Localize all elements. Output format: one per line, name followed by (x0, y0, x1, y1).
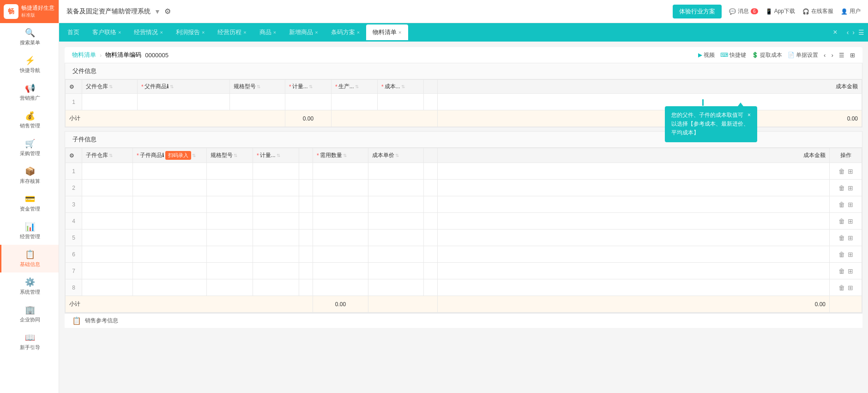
child-cell-qty[interactable] (313, 230, 368, 246)
sidebar-item-finance[interactable]: 💳 资金管理 (0, 189, 59, 217)
child-col-settings[interactable]: ⚙ (66, 148, 82, 163)
sidebar-item-system[interactable]: ⚙️ 系统管理 (0, 272, 59, 300)
tooltip-close-button[interactable]: × (747, 111, 751, 120)
online-service-action[interactable]: 🎧 在线客服 (802, 7, 833, 15)
child-cell-warehouse[interactable] (82, 196, 133, 213)
child-cell-unit[interactable] (253, 279, 299, 296)
tab-close-icon[interactable]: × (118, 30, 121, 35)
child-cell-warehouse[interactable] (82, 213, 133, 230)
tab-close-icon[interactable]: × (315, 30, 318, 35)
child-cell-spec[interactable] (207, 196, 253, 213)
scan-button[interactable]: 扫码录入 (165, 151, 191, 160)
child-cell-goods[interactable] (133, 263, 207, 279)
parent-cell-spec[interactable] (230, 94, 285, 110)
list-view-button[interactable]: ☰ (839, 52, 844, 59)
sidebar-item-operations[interactable]: 📊 经营管理 (0, 217, 59, 245)
sidebar-item-basic[interactable]: 📋 基础信息 (0, 245, 59, 272)
child-cell-unit-cost[interactable] (368, 230, 424, 246)
delete-icon[interactable]: 🗑 (838, 201, 845, 208)
child-cell-spec[interactable] (207, 213, 253, 230)
delete-icon[interactable]: 🗑 (838, 267, 845, 275)
copy-icon[interactable]: ⊞ (848, 251, 853, 258)
child-cell-unit[interactable] (253, 263, 299, 279)
child-cell-unit-cost[interactable] (368, 246, 424, 263)
child-cell-unit-cost[interactable] (368, 213, 424, 230)
delete-icon[interactable]: 🗑 (838, 218, 845, 225)
child-cell-qty[interactable] (313, 180, 368, 196)
parent-cell-production[interactable] (332, 94, 378, 110)
delete-icon[interactable]: 🗑 (838, 284, 845, 291)
copy-icon[interactable]: ⊞ (848, 234, 853, 242)
child-cell-qty[interactable] (313, 263, 368, 279)
sidebar-item-marketing[interactable]: 📢 营销推广 (0, 79, 59, 106)
tab-area-close[interactable]: × (829, 26, 841, 38)
child-cell-unit-cost[interactable] (368, 263, 424, 279)
message-action[interactable]: 💬 消息 6 (729, 7, 758, 15)
child-cell-qty[interactable] (313, 213, 368, 230)
tab-next-button[interactable]: › (850, 28, 856, 37)
shortcut-action[interactable]: ⌨ 快捷键 (720, 51, 746, 59)
tab-home[interactable]: 首页 (61, 24, 86, 40)
child-cell-spec[interactable] (207, 163, 253, 180)
child-cell-qty[interactable] (313, 196, 368, 213)
tab-ops-status[interactable]: 经营情况 × (127, 24, 169, 40)
parent-cell-unit[interactable] (285, 94, 332, 110)
child-cell-goods[interactable] (133, 279, 207, 296)
sidebar-item-quicknav[interactable]: ⚡ 快捷导航 (0, 51, 59, 79)
settings-button[interactable]: ⚙ (164, 7, 171, 16)
tab-barcode[interactable]: 条码方案 × (325, 24, 366, 40)
copy-icon[interactable]: ⊞ (848, 284, 853, 291)
copy-icon[interactable]: ⊞ (848, 168, 853, 175)
child-cell-unit-cost[interactable] (368, 196, 424, 213)
breadcrumb-parent[interactable]: 物料清单 (72, 51, 96, 59)
delete-icon[interactable]: 🗑 (838, 184, 845, 192)
child-cell-warehouse[interactable] (82, 230, 133, 246)
parent-col-settings[interactable]: ⚙ (66, 80, 82, 94)
app-download-action[interactable]: 📱 App下载 (766, 7, 795, 15)
tab-close-icon[interactable]: × (357, 30, 360, 35)
child-cell-unit[interactable] (253, 196, 299, 213)
child-cell-warehouse[interactable] (82, 263, 133, 279)
child-cell-warehouse[interactable] (82, 180, 133, 196)
child-cell-goods[interactable] (133, 163, 207, 180)
delete-icon[interactable]: 🗑 (838, 168, 845, 175)
delete-icon[interactable]: 🗑 (838, 234, 845, 242)
child-cell-unit[interactable] (253, 180, 299, 196)
child-cell-goods[interactable] (133, 213, 207, 230)
tab-close-icon[interactable]: × (273, 30, 276, 35)
tab-close-icon[interactable]: × (398, 30, 401, 35)
child-cell-unit[interactable] (253, 246, 299, 263)
child-cell-qty[interactable] (313, 279, 368, 296)
child-cell-unit[interactable] (253, 213, 299, 230)
nav-left-button[interactable]: ‹ (824, 52, 826, 59)
copy-icon[interactable]: ⊞ (848, 218, 853, 225)
tab-ops-history[interactable]: 经营历程 × (211, 24, 253, 40)
child-cell-goods[interactable] (133, 180, 207, 196)
sidebar-item-search[interactable]: 🔍 搜索菜单 (0, 23, 59, 51)
sidebar-item-enterprise[interactable]: 🏢 企业协同 (0, 300, 59, 328)
sidebar-item-purchase[interactable]: 🛒 采购管理 (0, 134, 59, 162)
child-cell-goods[interactable] (133, 196, 207, 213)
tab-close-icon[interactable]: × (243, 30, 246, 35)
extract-cost-action[interactable]: 💲 提取成本 (752, 51, 782, 59)
child-cell-unit-cost[interactable] (368, 279, 424, 296)
child-cell-qty[interactable] (313, 246, 368, 263)
child-cell-unit-cost[interactable] (368, 163, 424, 180)
nav-right-button[interactable]: › (832, 52, 833, 59)
tab-close-icon[interactable]: × (160, 30, 163, 35)
expand-button[interactable]: ⊞ (850, 52, 855, 59)
child-cell-spec[interactable] (207, 279, 253, 296)
tab-customer[interactable]: 客户联络 × (86, 24, 127, 40)
child-cell-unit-cost[interactable] (368, 180, 424, 196)
child-cell-qty[interactable] (313, 163, 368, 180)
child-cell-warehouse[interactable] (82, 246, 133, 263)
tab-bom[interactable]: 物料清单 × (366, 24, 408, 40)
copy-icon[interactable]: ⊞ (848, 267, 853, 275)
tab-menu-button[interactable]: ☰ (856, 28, 866, 37)
sidebar-item-sales[interactable]: 💰 销售管理 (0, 106, 59, 134)
trial-button[interactable]: 体验行业方案 (673, 5, 722, 18)
sidebar-item-inventory[interactable]: 📦 库存核算 (0, 162, 59, 189)
child-cell-unit[interactable] (253, 163, 299, 180)
user-menu[interactable]: 👤 用户 (841, 7, 861, 15)
parent-cell-cost[interactable] (378, 94, 424, 110)
